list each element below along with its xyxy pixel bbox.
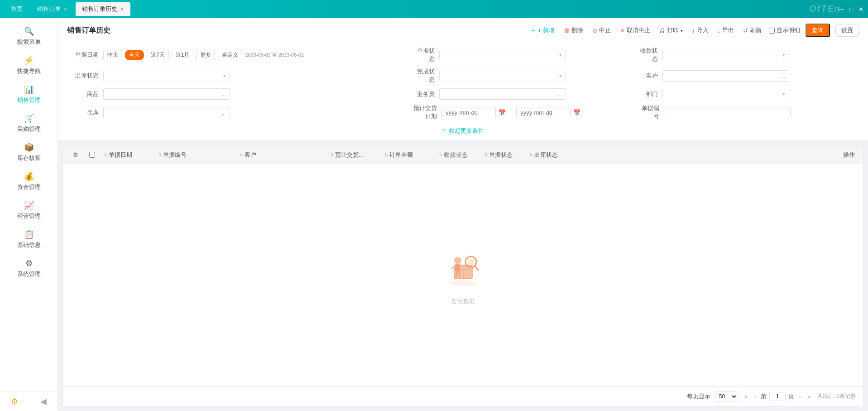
sidebar-settings-icon[interactable]: ⚙ — [11, 396, 18, 406]
date-group: 昨天 今天 近7天 近1月 更多 自定义 — [103, 50, 242, 60]
receipt-status-select[interactable]: ▾ — [662, 50, 789, 60]
product-input[interactable]: ... — [103, 88, 230, 100]
next-page-btn[interactable]: › — [797, 392, 803, 401]
sort-asc-icon[interactable]: ⇅ — [104, 152, 107, 157]
th-amount: ⇅ 订单金额 — [381, 151, 435, 159]
th-customer: ⇅ 客户 — [236, 151, 326, 159]
done-status-label: 完成状态 — [412, 68, 439, 84]
calendar-from-icon[interactable]: 📅 — [499, 109, 506, 116]
display-toggle[interactable]: 显示明细 — [769, 26, 800, 34]
salesperson-input[interactable]: ... — [439, 88, 566, 100]
svg-point-6 — [468, 259, 474, 265]
close-window-btn[interactable]: ✕ — [858, 6, 863, 13]
delete-button[interactable]: 🗑 删除 — [562, 25, 585, 35]
bill-number-input[interactable] — [664, 107, 791, 118]
delete-icon: 🗑 — [564, 27, 570, 34]
page-size-select[interactable]: 50 10 20 100 — [715, 392, 738, 401]
tab-sales-history[interactable]: 销售订单历史 ✕ — [76, 2, 130, 16]
dept-select[interactable]: ▾ — [662, 89, 789, 99]
collapse-button[interactable]: ⌃ 收起更多条件 — [442, 125, 484, 135]
top-bar: 首页 销售订单 ✕ 销售订单历史 ✕ OfTEn — □ ✕ — [0, 0, 868, 18]
purchase-icon: 🛒 — [24, 113, 34, 123]
customer-label: 客户 — [635, 72, 662, 80]
th-date: ⇅ 单据日期 — [100, 151, 154, 159]
settings-button[interactable]: 设置 — [835, 24, 859, 37]
sidebar-item-system[interactable]: ⚙ 系统管理 — [0, 254, 58, 283]
tab-sales-order-label: 销售订单 — [37, 5, 61, 13]
out-status-select[interactable]: ▾ — [103, 71, 230, 81]
system-icon: ⚙ — [25, 258, 33, 268]
date-btn-yesterday[interactable]: 昨天 — [103, 50, 122, 60]
sidebar-item-basic-info[interactable]: 📋 基础信息 — [0, 225, 58, 254]
tab-home[interactable]: 首页 — [5, 2, 29, 16]
dept-label: 部门 — [635, 90, 662, 98]
customer-input[interactable]: ... — [662, 70, 789, 82]
done-status-select[interactable]: ▾ — [439, 71, 566, 81]
receipt-status-field: ▾ — [662, 50, 859, 60]
th-bill-status: ⇅ 单据状态 — [480, 151, 526, 159]
print-button[interactable]: 🖨 打印 ▾ — [657, 25, 685, 35]
import-button[interactable]: ↑ 导入 — [690, 25, 710, 35]
tab-sales-order-close[interactable]: ✕ — [63, 6, 67, 12]
salesperson-dots[interactable]: ... — [557, 91, 562, 97]
sidebar-item-operation[interactable]: 📈 经营管理 — [0, 196, 58, 225]
sort-delivery-icon[interactable]: ⇅ — [330, 152, 334, 157]
sidebar-item-inventory[interactable]: 📦 库存核算 — [0, 138, 58, 167]
collapse-label: 收起更多条件 — [449, 127, 484, 135]
salesperson-field: ... — [439, 88, 636, 100]
stop-button[interactable]: ⊘ 中止 — [590, 25, 613, 35]
filter-row-3: 商品 ... 业务员 ... 部门 ▾ — [67, 88, 859, 100]
display-toggle-checkbox[interactable] — [769, 28, 775, 34]
cancel-stop-icon: ✕ — [620, 27, 625, 34]
date-btn-more[interactable]: 更多 — [196, 50, 215, 60]
calendar-to-icon[interactable]: 📅 — [573, 109, 580, 116]
prev-page-btn[interactable]: ‹ — [753, 392, 758, 401]
sort-bill-status-icon[interactable]: ⇅ — [484, 152, 488, 157]
collapse-icon: ⌃ — [442, 128, 447, 135]
sidebar-item-search[interactable]: 🔍 搜索菜单 — [0, 22, 58, 51]
tab-sales-history-close[interactable]: ✕ — [120, 6, 124, 12]
refresh-button[interactable]: ↺ 刷新 — [741, 25, 763, 35]
cancel-stop-button[interactable]: ✕ 取消中止 — [618, 25, 652, 35]
first-page-btn[interactable]: « — [743, 392, 750, 401]
delivery-date-from[interactable] — [441, 107, 496, 118]
customer-dots[interactable]: ... — [780, 73, 785, 79]
tab-sales-order[interactable]: 销售订单 ✕ — [31, 2, 74, 16]
export-button[interactable]: ↓ 导出 — [716, 25, 736, 35]
date-btn-today[interactable]: 今天 — [125, 50, 144, 60]
select-all-checkbox[interactable] — [89, 152, 95, 158]
sort-amount-icon[interactable]: ⇅ — [384, 152, 388, 157]
bill-number-field — [664, 107, 859, 118]
svg-point-7 — [454, 257, 461, 264]
th-checkbox[interactable] — [84, 152, 100, 158]
bill-status-select[interactable]: ▾ — [439, 50, 566, 60]
stop-icon: ⊘ — [592, 27, 597, 34]
product-dots[interactable]: ... — [221, 91, 226, 97]
sidebar-item-finance[interactable]: 💰 资金管理 — [0, 167, 58, 196]
page-label-post: 页 — [788, 392, 794, 401]
last-page-btn[interactable]: » — [806, 392, 813, 401]
sidebar-item-purchase-label: 采购管理 — [17, 125, 41, 133]
sidebar-item-purchase[interactable]: 🛒 采购管理 — [0, 109, 58, 138]
add-button[interactable]: ＋ + 新增 — [528, 25, 556, 35]
maximize-btn[interactable]: □ — [849, 6, 853, 13]
sort-out-status-icon[interactable]: ⇅ — [529, 152, 533, 157]
warehouse-input[interactable]: ... — [103, 107, 230, 118]
delivery-date-to[interactable] — [516, 107, 571, 118]
date-btn-custom[interactable]: 自定义 — [218, 50, 242, 60]
sort-customer-icon[interactable]: ⇅ — [240, 152, 243, 157]
sort-num-icon[interactable]: ⇅ — [158, 152, 162, 157]
sort-receipt-icon[interactable]: ⇅ — [439, 152, 442, 157]
date-btn-1month[interactable]: 近1月 — [172, 50, 194, 60]
sidebar-item-sales[interactable]: 📊 销售管理 — [0, 80, 58, 109]
date-btn-7days[interactable]: 近7天 — [147, 50, 169, 60]
page-input[interactable] — [769, 392, 786, 401]
sidebar-collapse-icon[interactable]: ◀ — [40, 396, 47, 406]
print-icon: 🖨 — [659, 27, 665, 34]
sidebar-item-quick-nav[interactable]: ⚡ 快捷导航 — [0, 51, 58, 80]
query-button[interactable]: 查询 — [806, 24, 830, 37]
bill-status-label: 单据状态 — [412, 47, 439, 63]
warehouse-dots[interactable]: ... — [221, 109, 226, 116]
receipt-status-arrow: ▾ — [782, 52, 785, 58]
th-settings-btn[interactable]: ⚙ — [67, 151, 84, 158]
